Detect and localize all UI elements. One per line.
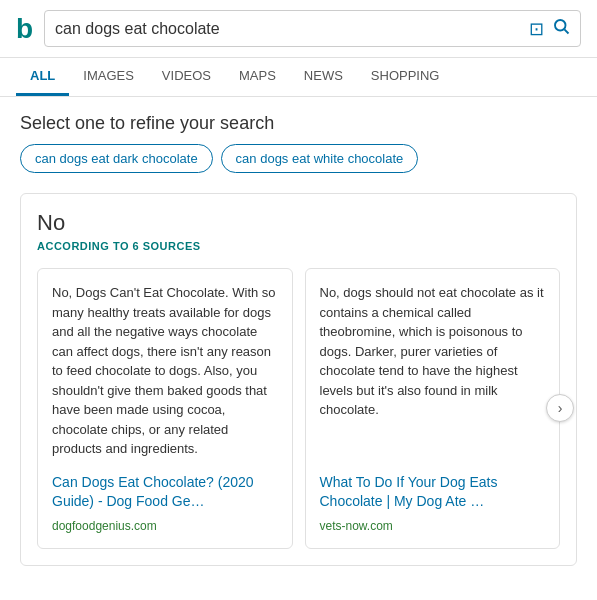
source-card-2-title[interactable]: What To Do If Your Dog Eats Chocolate | … [320, 473, 546, 512]
search-bar: ⊡ [44, 10, 581, 47]
source-card-2-body: No, dogs should not eat chocolate as it … [320, 283, 546, 459]
answer-sources: ACCORDING TO 6 SOURCES [37, 240, 560, 252]
source-card-2-footer: What To Do If Your Dog Eats Chocolate | … [320, 473, 546, 534]
tab-images[interactable]: IMAGES [69, 58, 148, 96]
cards-wrapper: No, Dogs Can't Eat Chocolate. With so ma… [37, 268, 560, 549]
next-arrow[interactable]: › [546, 394, 574, 422]
answer-text: No [37, 210, 560, 236]
tab-news[interactable]: NEWS [290, 58, 357, 96]
source-card-1-footer: Can Dogs Eat Chocolate? (2020 Guide) - D… [52, 473, 278, 534]
refine-btn-dark-chocolate[interactable]: can dogs eat dark chocolate [20, 144, 213, 173]
camera-icon[interactable]: ⊡ [529, 18, 544, 40]
tab-videos[interactable]: VIDEOS [148, 58, 225, 96]
svg-line-1 [564, 29, 568, 33]
refine-section: Select one to refine your search can dog… [20, 113, 577, 173]
tab-shopping[interactable]: SHOPPING [357, 58, 454, 96]
tab-all[interactable]: ALL [16, 58, 69, 96]
source-card-1-url: dogfoodgenius.com [52, 519, 157, 533]
source-card-1: No, Dogs Can't Eat Chocolate. With so ma… [37, 268, 293, 549]
answer-box: No ACCORDING TO 6 SOURCES No, Dogs Can't… [20, 193, 577, 566]
search-icon[interactable] [552, 17, 570, 40]
source-card-1-title[interactable]: Can Dogs Eat Chocolate? (2020 Guide) - D… [52, 473, 278, 512]
refine-btn-white-chocolate[interactable]: can dogs eat white chocolate [221, 144, 419, 173]
svg-point-0 [555, 20, 566, 31]
source-card-1-body: No, Dogs Can't Eat Chocolate. With so ma… [52, 283, 278, 459]
search-input[interactable] [55, 20, 529, 38]
source-card-2-url: vets-now.com [320, 519, 393, 533]
source-cards: No, Dogs Can't Eat Chocolate. With so ma… [37, 268, 560, 549]
source-card-2: No, dogs should not eat chocolate as it … [305, 268, 561, 549]
main-content: Select one to refine your search can dog… [0, 97, 597, 598]
bing-logo: b [16, 13, 32, 45]
tab-maps[interactable]: MAPS [225, 58, 290, 96]
header: b ⊡ [0, 0, 597, 58]
nav-tabs: ALL IMAGES VIDEOS MAPS NEWS SHOPPING [0, 58, 597, 97]
refine-buttons: can dogs eat dark chocolate can dogs eat… [20, 144, 577, 173]
refine-title: Select one to refine your search [20, 113, 577, 134]
search-icons: ⊡ [529, 17, 570, 40]
